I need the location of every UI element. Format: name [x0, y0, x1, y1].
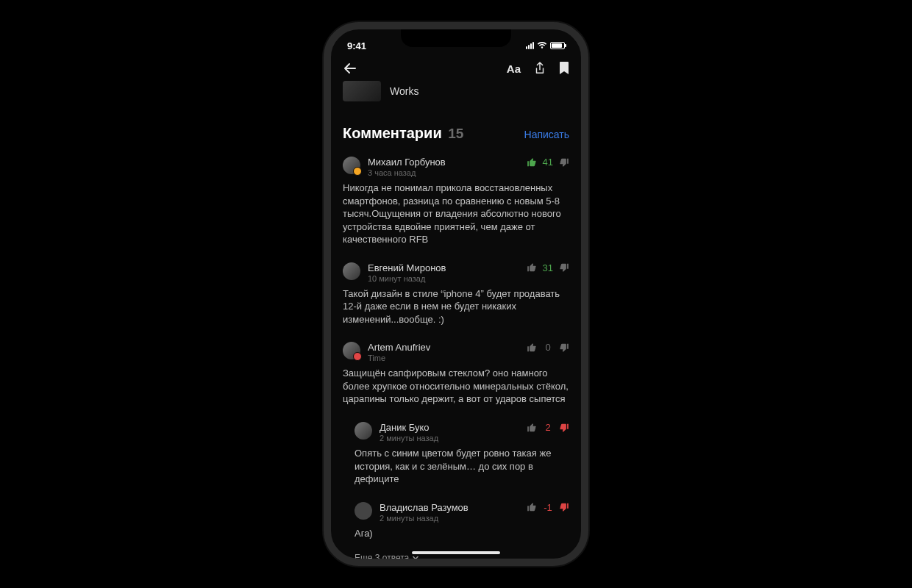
- article-header[interactable]: Works: [331, 81, 581, 107]
- nav-bar: Aa: [331, 54, 581, 81]
- comment-text: Опять с синим цветом будет ровно такая ж…: [355, 447, 569, 486]
- comment-item[interactable]: Artem AnufrievTime0Защищён сапфировым ст…: [343, 336, 569, 416]
- thumb-down-icon[interactable]: [559, 502, 569, 512]
- home-indicator[interactable]: [412, 551, 500, 554]
- thumb-up-icon[interactable]: [527, 262, 537, 273]
- comments-header: Комментарии 15 Написать: [331, 107, 581, 151]
- wifi-icon: [537, 42, 547, 49]
- comment-author[interactable]: Artem Anufriev: [368, 342, 519, 353]
- comment-author[interactable]: Даник Буко: [380, 422, 519, 433]
- thumb-down-icon[interactable]: [559, 262, 569, 273]
- vote-count: 0: [543, 342, 553, 353]
- article-thumbnail: [343, 81, 381, 101]
- comment-time: 3 часа назад: [368, 168, 519, 177]
- thumb-down-icon[interactable]: [559, 423, 569, 433]
- avatar[interactable]: [355, 502, 372, 520]
- battery-icon: [550, 42, 565, 49]
- comment-text: Ага): [355, 527, 569, 540]
- text-size-button[interactable]: Aa: [507, 62, 521, 75]
- vote-count: 31: [543, 262, 553, 273]
- article-subtitle: Works: [390, 85, 418, 97]
- avatar[interactable]: [343, 157, 360, 174]
- comment-author[interactable]: Евгений Миронов: [368, 262, 519, 273]
- comment-time: 2 минуты назад: [380, 434, 519, 442]
- vote-count: 41: [543, 157, 553, 168]
- thumb-up-icon[interactable]: [527, 343, 537, 353]
- comments-list[interactable]: Михаил Горбунов3 часа назад41Никогда не …: [331, 151, 581, 563]
- comment-author[interactable]: Владислав Разумов: [380, 502, 519, 513]
- comments-title: Комментарии: [343, 125, 442, 141]
- status-time: 9:41: [347, 40, 366, 51]
- comment-item[interactable]: Михаил Горбунов3 часа назад41Никогда не …: [343, 151, 569, 257]
- vote-count: 2: [543, 422, 553, 433]
- comment-text: Никогда не понимал прикола восстановленн…: [343, 182, 569, 246]
- bookmark-icon[interactable]: [559, 62, 569, 75]
- comments-count: 15: [448, 126, 463, 141]
- comment-author[interactable]: Михаил Горбунов: [368, 157, 519, 168]
- avatar[interactable]: [355, 422, 372, 440]
- signal-icon: [526, 42, 534, 49]
- comment-item[interactable]: Даник Буко2 минуты назад2Опять с синим ц…: [343, 416, 569, 496]
- write-comment-button[interactable]: Написать: [524, 129, 569, 140]
- status-indicators: [526, 42, 565, 49]
- back-icon[interactable]: [343, 62, 357, 74]
- thumb-up-icon[interactable]: [527, 502, 537, 512]
- thumb-up-icon[interactable]: [527, 423, 537, 433]
- notch: [401, 29, 511, 47]
- vote-count: -1: [543, 502, 553, 513]
- share-icon[interactable]: [534, 62, 546, 75]
- comment-time: Time: [368, 354, 519, 362]
- comment-item[interactable]: Владислав Разумов2 минуты назад-1Ага): [343, 496, 569, 551]
- avatar[interactable]: [343, 262, 360, 280]
- phone-frame: 9:41 Aa Works Комментарии 1: [324, 22, 588, 566]
- thumb-up-icon[interactable]: [527, 157, 537, 168]
- comment-time: 10 минут назад: [368, 274, 519, 283]
- thumb-down-icon[interactable]: [559, 343, 569, 353]
- comment-text: Такой дизайн в стиле “iphone 4” будет пр…: [343, 287, 569, 326]
- comment-text: Защищён сапфировым стеклом? оно намного …: [343, 367, 569, 406]
- comment-time: 2 минуты назад: [380, 514, 519, 523]
- thumb-down-icon[interactable]: [559, 157, 569, 168]
- avatar[interactable]: [343, 342, 360, 359]
- comment-item[interactable]: Евгений Миронов10 минут назад31Такой диз…: [343, 257, 569, 337]
